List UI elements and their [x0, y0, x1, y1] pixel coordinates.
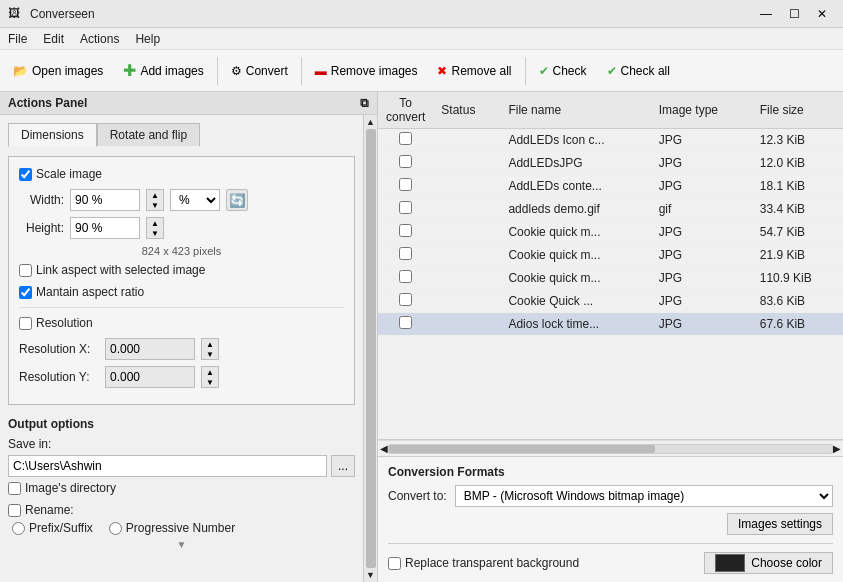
table-row[interactable]: Cookie quick m... JPG 54.7 KiB — [378, 221, 843, 244]
scroll-up-arrow[interactable]: ▲ — [366, 117, 375, 127]
menu-file[interactable]: File — [0, 30, 35, 48]
choose-color-button[interactable]: Choose color — [704, 552, 833, 574]
h-scroll-right[interactable]: ▶ — [833, 443, 841, 454]
open-images-button[interactable]: 📂 Open images — [4, 54, 112, 88]
table-row[interactable]: AddLEDsJPG JPG 12.0 KiB — [378, 152, 843, 175]
resolution-checkbox[interactable] — [19, 317, 32, 330]
menu-edit[interactable]: Edit — [35, 30, 72, 48]
conversion-title: Conversion Formats — [388, 465, 833, 479]
resolution-y-input[interactable] — [105, 366, 195, 388]
convert-to-label: Convert to: — [388, 489, 447, 503]
progressive-radio[interactable] — [109, 522, 122, 535]
horizontal-scrollbar[interactable]: ◀ ▶ — [378, 440, 843, 456]
height-input[interactable] — [70, 217, 140, 239]
resolution-x-input[interactable] — [105, 338, 195, 360]
scale-image-checkbox-label[interactable]: Scale image — [19, 167, 344, 181]
table-row[interactable]: AddLEDs Icon c... JPG 12.3 KiB — [378, 129, 843, 152]
scroll-down-indicator: ▼ — [8, 539, 355, 550]
table-row[interactable]: addleds demo.gif gif 33.4 KiB — [378, 198, 843, 221]
scroll-down-arrow[interactable]: ▼ — [366, 570, 375, 580]
table-row[interactable]: AddLEDs conte... JPG 18.1 KiB — [378, 175, 843, 198]
format-select[interactable]: BMP - (Microsoft Windows bitmap image) J… — [455, 485, 833, 507]
res-y-up[interactable]: ▲ — [202, 367, 218, 377]
unit-select[interactable]: % px cm — [170, 189, 220, 211]
path-input[interactable] — [8, 455, 327, 477]
app-title: Converseen — [30, 7, 753, 21]
remove-all-button[interactable]: ✖ Remove all — [428, 54, 520, 88]
menu-help[interactable]: Help — [127, 30, 168, 48]
row-checkbox-cell[interactable] — [378, 152, 433, 175]
row-checkbox[interactable] — [399, 155, 412, 168]
restore-icon[interactable]: ⧉ — [360, 96, 369, 110]
row-checkbox-cell[interactable] — [378, 198, 433, 221]
row-checkbox-cell[interactable] — [378, 129, 433, 152]
row-checkbox-cell[interactable] — [378, 290, 433, 313]
res-x-down[interactable]: ▼ — [202, 349, 218, 359]
replace-bg-checkbox[interactable] — [388, 557, 401, 570]
width-input[interactable] — [70, 189, 140, 211]
scroll-thumb[interactable] — [366, 129, 376, 568]
tab-dimensions[interactable]: Dimensions — [8, 123, 97, 147]
row-checkbox-cell[interactable] — [378, 267, 433, 290]
table-row[interactable]: Cookie quick m... JPG 110.9 KiB — [378, 267, 843, 290]
images-settings-button[interactable]: Images settings — [727, 513, 833, 535]
add-images-button[interactable]: ✚ Add images — [114, 54, 212, 88]
image-dir-label[interactable]: Image's directory — [8, 481, 355, 495]
h-scroll-left[interactable]: ◀ — [380, 443, 388, 454]
prefix-suffix-radio[interactable] — [12, 522, 25, 535]
res-y-down[interactable]: ▼ — [202, 377, 218, 387]
maintain-aspect-checkbox[interactable] — [19, 286, 32, 299]
convert-button[interactable]: ⚙ Convert — [222, 54, 297, 88]
h-scroll-thumb[interactable] — [389, 445, 655, 453]
tab-rotate-flip[interactable]: Rotate and flip — [97, 123, 200, 146]
rename-checkbox[interactable] — [8, 504, 21, 517]
row-checkbox-cell[interactable] — [378, 313, 433, 336]
table-header-row: To convert Status File name Image type F… — [378, 92, 843, 129]
height-up-arrow[interactable]: ▲ — [147, 218, 163, 228]
row-checkbox[interactable] — [399, 316, 412, 329]
res-x-up[interactable]: ▲ — [202, 339, 218, 349]
link-aspect-checkbox[interactable] — [19, 264, 32, 277]
row-checkbox[interactable] — [399, 270, 412, 283]
row-checkbox-cell[interactable] — [378, 221, 433, 244]
prefix-suffix-label[interactable]: Prefix/Suffix — [12, 521, 93, 535]
table-row[interactable]: Cookie quick m... JPG 21.9 KiB — [378, 244, 843, 267]
row-checkbox[interactable] — [399, 247, 412, 260]
browse-button[interactable]: ... — [331, 455, 355, 477]
table-row[interactable]: Adios lock time... JPG 67.6 KiB — [378, 313, 843, 336]
convert-icon: ⚙ — [231, 64, 242, 78]
remove-images-button[interactable]: ▬ Remove images — [306, 54, 427, 88]
resolution-label[interactable]: Resolution — [19, 316, 344, 330]
h-scroll-track[interactable] — [388, 444, 833, 454]
width-down-arrow[interactable]: ▼ — [147, 200, 163, 210]
progressive-label[interactable]: Progressive Number — [109, 521, 235, 535]
row-checkbox[interactable] — [399, 224, 412, 237]
output-options-section: Output options Save in: ... Image's dire… — [8, 417, 355, 535]
scale-image-checkbox[interactable] — [19, 168, 32, 181]
vertical-scrollbar[interactable]: ▲ ▼ — [363, 115, 377, 582]
toolbar-separator-1 — [217, 57, 218, 85]
rename-checkbox-label[interactable]: Rename: — [8, 503, 355, 517]
check-all-button[interactable]: ✔ Check all — [598, 54, 679, 88]
replace-bg-row: Replace transparent background Choose co… — [388, 552, 833, 574]
row-checkbox[interactable] — [399, 132, 412, 145]
row-type: JPG — [651, 175, 752, 198]
refresh-button[interactable]: 🔄 — [226, 189, 248, 211]
table-row[interactable]: Cookie Quick ... JPG 83.6 KiB — [378, 290, 843, 313]
height-down-arrow[interactable]: ▼ — [147, 228, 163, 238]
maintain-aspect-label[interactable]: Mantain aspect ratio — [19, 285, 344, 299]
minimize-button[interactable]: — — [753, 4, 779, 24]
link-aspect-label[interactable]: Link aspect with selected image — [19, 263, 344, 277]
width-up-arrow[interactable]: ▲ — [147, 190, 163, 200]
row-checkbox[interactable] — [399, 201, 412, 214]
row-checkbox[interactable] — [399, 178, 412, 191]
check-button[interactable]: ✔ Check — [530, 54, 596, 88]
menu-actions[interactable]: Actions — [72, 30, 127, 48]
close-button[interactable]: ✕ — [809, 4, 835, 24]
maximize-button[interactable]: ☐ — [781, 4, 807, 24]
row-checkbox-cell[interactable] — [378, 244, 433, 267]
row-checkbox[interactable] — [399, 293, 412, 306]
row-checkbox-cell[interactable] — [378, 175, 433, 198]
replace-bg-label[interactable]: Replace transparent background — [388, 556, 579, 570]
image-dir-checkbox[interactable] — [8, 482, 21, 495]
